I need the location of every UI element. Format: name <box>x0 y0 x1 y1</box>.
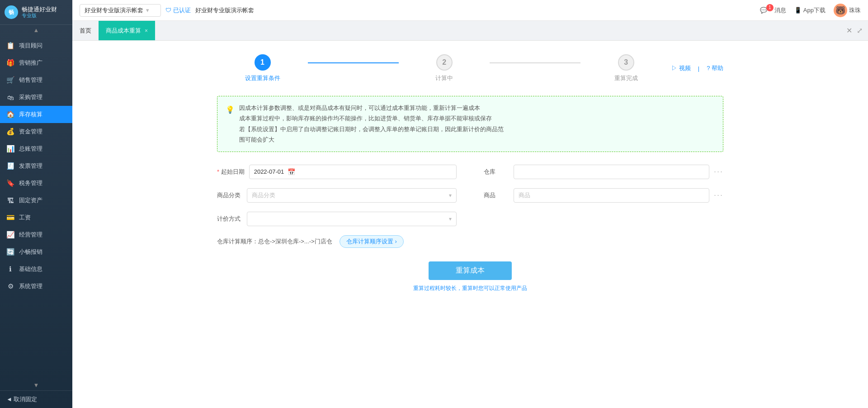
user-name: 珠珠 <box>849 6 861 14</box>
help-link[interactable]: ? 帮助 <box>707 64 723 72</box>
shield-icon: 🛡 <box>165 7 171 14</box>
question-icon: ? <box>707 65 712 71</box>
category-input[interactable]: 商品分类 ▾ <box>247 188 457 203</box>
sidebar-scroll-up[interactable]: ▲ <box>0 25 72 35</box>
inventory-icon: 🏠 <box>6 110 14 119</box>
system-icon: ⚙ <box>6 282 14 290</box>
sidebar-item-label: 税务管理 <box>19 179 42 187</box>
sidebar-item-label: 销售管理 <box>19 76 42 84</box>
product-more-icon[interactable]: ··· <box>714 190 723 200</box>
info-line-2: 成本重算过程中，影响库存账的操作均不能操作，比如进货单、销货单、库存单据不能审核… <box>239 113 504 123</box>
step-1: 1 设置重算条件 <box>217 54 308 82</box>
sidebar-item-asset[interactable]: 🏗 固定资产 <box>0 192 72 209</box>
sidebar-item-salary[interactable]: 💳 工资 <box>0 209 72 226</box>
start-date-input[interactable]: 2022-07-01 📅 <box>249 165 457 179</box>
account-select[interactable]: 好业财专业版演示帐套 ▾ <box>80 4 161 17</box>
step-3: 3 重算完成 <box>580 54 671 82</box>
expand-icon[interactable]: ⤢ <box>857 26 863 35</box>
pricing-input[interactable]: ▾ <box>247 212 457 226</box>
top-header: 好业财专业版演示帐套 ▾ 🛡 已认证 好业财专业版演示帐套 💬 1 消息 📱 A… <box>72 0 868 21</box>
user-avatar-button[interactable]: 🐻 珠珠 <box>834 4 861 17</box>
basic-icon: ℹ <box>6 265 14 273</box>
accounting-icon: 📊 <box>6 145 14 153</box>
sidebar-item-label: 经营管理 <box>19 231 42 239</box>
sidebar-item-label: 采购管理 <box>19 93 42 101</box>
verified-badge: 🛡 已认证 <box>165 6 191 14</box>
message-button[interactable]: 💬 1 消息 <box>760 6 786 14</box>
date-value: 2022-07-01 <box>254 168 284 175</box>
recalculate-button[interactable]: 重算成本 <box>429 261 512 280</box>
product-label: 商品 <box>484 191 509 199</box>
tab-bar: 首页 商品成本重算 × ✕ ⤢ <box>72 21 868 41</box>
sidebar-item-marketing[interactable]: 🎁 营销推广 <box>0 54 72 71</box>
warehouse-order-btn-text: 仓库计算顺序设置 <box>346 237 393 246</box>
asset-icon: 🏗 <box>6 197 14 204</box>
main-area: 好业财专业版演示帐套 ▾ 🛡 已认证 好业财专业版演示帐套 💬 1 消息 📱 A… <box>72 0 868 408</box>
tab-home[interactable]: 首页 <box>72 21 99 40</box>
step-line-1 <box>308 62 399 63</box>
logo-icon: 畅 <box>5 5 18 19</box>
warehouse-input[interactable] <box>514 165 709 179</box>
header-right: 💬 1 消息 📱 App下载 🐻 珠珠 <box>760 4 861 17</box>
sidebar-item-finance[interactable]: 💰 资金管理 <box>0 123 72 140</box>
info-box: 💡 因成本计算参数调整、或是对商品成本有疑问时，可以通过成本重算功能，重新计算一… <box>217 96 723 152</box>
play-icon: ▷ <box>671 65 679 71</box>
expense-icon: 🔄 <box>6 248 14 256</box>
step-1-circle: 1 <box>255 54 271 71</box>
pricing-label: 计价方式 <box>217 215 242 223</box>
sidebar-item-sales[interactable]: 🛒 销售管理 <box>0 71 72 89</box>
steps-container: 1 设置重算条件 2 计算中 <box>217 54 723 82</box>
warehouse-more-icon[interactable]: ··· <box>714 167 723 176</box>
phone-icon: 📱 <box>794 7 802 14</box>
steps: 1 设置重算条件 2 计算中 <box>217 54 671 82</box>
content-inner: 1 设置重算条件 2 计算中 <box>199 41 741 306</box>
sidebar-item-label: 基础信息 <box>19 265 42 273</box>
account-name: 好业财专业版演示帐套 <box>195 6 254 14</box>
sidebar-unpin[interactable]: ◄ 取消固定 <box>0 390 72 408</box>
verified-text: 已认证 <box>173 6 191 14</box>
marketing-icon: 🎁 <box>6 59 14 67</box>
sidebar-item-accounting[interactable]: 📊 总账管理 <box>0 140 72 157</box>
steps-help: ▷ 视频 | ? 帮助 <box>671 64 723 72</box>
step-line-2 <box>490 62 580 63</box>
message-label: 消息 <box>774 6 786 14</box>
sidebar-item-project[interactable]: 📋 项目顾问 <box>0 37 72 54</box>
close-button[interactable]: ✕ <box>846 26 852 35</box>
sidebar-item-purchase[interactable]: 🛍 采购管理 <box>0 89 72 106</box>
warehouse-order-label: 仓库计算顺序：总仓->深圳仓库->...->门店仓 <box>217 237 332 246</box>
project-icon: 📋 <box>6 42 14 50</box>
app-download-button[interactable]: 📱 App下载 <box>794 6 826 14</box>
tab-active-label: 商品成本重算 <box>106 27 141 35</box>
sidebar-scroll-down[interactable]: ▼ <box>0 380 72 390</box>
chevron-down-icon: ▾ <box>449 216 452 222</box>
product-placeholder: 商品 <box>519 191 530 199</box>
sidebar-item-invoice[interactable]: 🧾 发票管理 <box>0 157 72 175</box>
sidebar: 畅 畅捷通好业财 专业版 ▲ 📋 项目顾问 🎁 营销推广 🛒 销售管理 🛍 采购… <box>0 0 72 408</box>
recalc-hint: 重算过程耗时较长，重算时您可以正常使用产品 <box>217 285 723 292</box>
sidebar-item-label: 工资 <box>19 213 31 222</box>
salary-icon: 💳 <box>6 213 14 222</box>
video-link[interactable]: ▷ 视频 <box>671 64 691 72</box>
start-date-row: 起始日期 2022-07-01 📅 <box>217 165 457 179</box>
sidebar-item-inventory[interactable]: 🏠 库存核算 <box>0 106 72 123</box>
sidebar-item-operation[interactable]: 📈 经营管理 <box>0 226 72 243</box>
category-label: 商品分类 <box>217 191 242 199</box>
logo-subtitle: 专业版 <box>22 13 57 19</box>
warehouse-order-button[interactable]: 仓库计算顺序设置 › <box>340 235 404 248</box>
operation-icon: 📈 <box>6 231 14 239</box>
tab-active[interactable]: 商品成本重算 × <box>99 21 155 40</box>
sidebar-item-basic[interactable]: ℹ 基础信息 <box>0 261 72 278</box>
sidebar-item-system[interactable]: ⚙ 系统管理 <box>0 278 72 295</box>
chevron-right-icon: › <box>395 238 397 245</box>
tab-close-icon[interactable]: × <box>145 28 148 34</box>
warehouse-order-row: 仓库计算顺序：总仓->深圳仓库->...->门店仓 仓库计算顺序设置 › <box>217 235 723 248</box>
calendar-icon[interactable]: 📅 <box>288 168 295 176</box>
chevron-down-icon: ▾ <box>146 7 149 14</box>
sidebar-item-tax[interactable]: 🔖 税务管理 <box>0 175 72 192</box>
step-1-label: 设置重算条件 <box>245 74 280 82</box>
sidebar-item-expense[interactable]: 🔄 小畅报销 <box>0 243 72 261</box>
sidebar-logo: 畅 畅捷通好业财 专业版 <box>0 0 72 25</box>
product-input[interactable]: 商品 <box>514 188 709 203</box>
logo-title: 畅捷通好业财 <box>22 6 57 13</box>
content-area: 1 设置重算条件 2 计算中 <box>72 41 868 408</box>
